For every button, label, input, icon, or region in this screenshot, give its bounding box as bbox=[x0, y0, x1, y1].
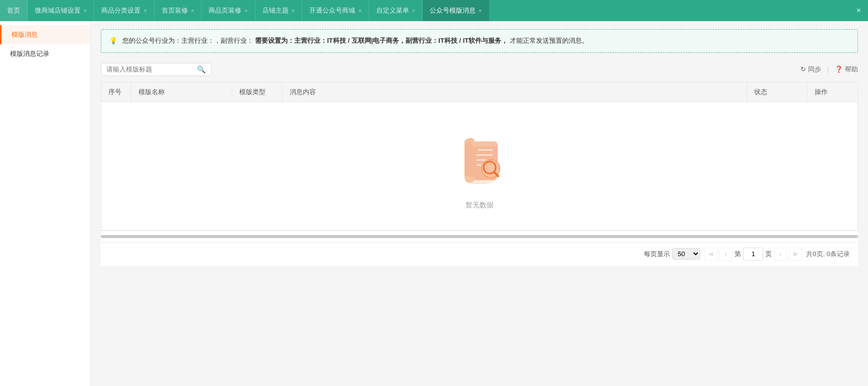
nav-tab-product-label: 商品页装修 bbox=[209, 6, 241, 15]
sync-label: 同步 bbox=[808, 65, 821, 74]
search-input-wrap: 🔍 bbox=[101, 63, 212, 76]
empty-icon bbox=[449, 132, 510, 193]
nav-tab-theme-close[interactable]: × bbox=[292, 8, 295, 14]
sidebar-item-template-message-log-label: 模版消息记录 bbox=[10, 50, 49, 57]
notice-box: 💡 您的公众号行业为：主营行业：，副营行业： 需要设置为：主营行业：IT科技 /… bbox=[101, 29, 858, 53]
sidebar-item-template-message[interactable]: 模版消息 bbox=[0, 25, 90, 44]
col-name: 模版名称 bbox=[131, 82, 232, 102]
nav-tab-category[interactable]: 商品分类设置 × bbox=[94, 0, 154, 21]
nav-tab-mall-label: 开通公众号商城 bbox=[309, 6, 355, 15]
per-page-dropdown[interactable]: 10 20 50 100 bbox=[672, 248, 700, 260]
nav-tab-theme[interactable]: 店铺主题 × bbox=[255, 0, 302, 21]
empty-state: 暂无数据 bbox=[101, 102, 857, 230]
page-label: 第 bbox=[735, 250, 741, 259]
help-button[interactable]: ❓ 帮助 bbox=[835, 65, 858, 74]
nav-tab-mall-close[interactable]: × bbox=[358, 8, 361, 14]
total-info: 共0页, 0条记录 bbox=[806, 250, 850, 259]
col-type: 模版类型 bbox=[232, 82, 283, 102]
top-nav: 首页 微商城店铺设置 × 商品分类设置 × 首页装修 × 商品页装修 × 店铺主… bbox=[0, 0, 868, 21]
nav-tab-product[interactable]: 商品页装修 × bbox=[202, 0, 255, 21]
page-controls: ⊲ ‹ 第 页 › ⊳ bbox=[704, 248, 802, 261]
close-all-button[interactable]: × bbox=[849, 6, 868, 15]
notice-icon: 💡 bbox=[109, 37, 117, 44]
divider: | bbox=[827, 65, 829, 73]
sidebar: 模版消息 模版消息记录 bbox=[0, 21, 91, 386]
table-header-row: 序号 模版名称 模版类型 消息内容 状态 操作 bbox=[101, 82, 858, 102]
nav-tab-home-label: 首页 bbox=[7, 6, 20, 15]
sidebar-item-template-message-log[interactable]: 模版消息记录 bbox=[0, 44, 90, 63]
first-page-button[interactable]: ⊲ bbox=[704, 248, 717, 261]
notice-suffix: 才能正常发送预置的消息。 bbox=[510, 37, 588, 44]
per-page-select: 每页显示 10 20 50 100 bbox=[644, 248, 700, 260]
help-label: 帮助 bbox=[845, 65, 858, 74]
page-suffix: 页 bbox=[765, 250, 772, 259]
main-layout: 模版消息 模版消息记录 💡 您的公众号行业为：主营行业：，副营行业： 需要设置为… bbox=[0, 21, 868, 386]
table-body: 暂无数据 bbox=[101, 102, 858, 230]
data-table: 序号 模版名称 模版类型 消息内容 状态 操作 bbox=[101, 82, 858, 230]
nav-tab-wshop[interactable]: 微商城店铺设置 × bbox=[28, 0, 94, 21]
scrollbar-area bbox=[101, 230, 858, 242]
empty-row: 暂无数据 bbox=[101, 102, 858, 230]
sync-button[interactable]: ↻ 同步 bbox=[800, 65, 821, 74]
sync-icon: ↻ bbox=[800, 65, 806, 73]
nav-tab-category-label: 商品分类设置 bbox=[101, 6, 141, 15]
content-area: 💡 您的公众号行业为：主营行业：，副营行业： 需要设置为：主营行业：IT科技 /… bbox=[91, 21, 868, 386]
search-icon[interactable]: 🔍 bbox=[197, 65, 206, 73]
col-content: 消息内容 bbox=[283, 82, 747, 102]
col-seq: 序号 bbox=[101, 82, 131, 102]
notice-prefix: 您的公众号行业为：主营行业：，副营行业： bbox=[122, 37, 253, 44]
help-icon: ❓ bbox=[835, 65, 843, 73]
nav-tab-wshop-close[interactable]: × bbox=[84, 8, 87, 14]
search-bar: 🔍 ↻ 同步 | ❓ 帮助 bbox=[101, 63, 858, 76]
last-page-button[interactable]: ⊳ bbox=[789, 248, 802, 261]
nav-tab-home[interactable]: 首页 bbox=[0, 0, 28, 21]
prev-page-button[interactable]: ‹ bbox=[719, 248, 732, 261]
nav-tab-category-close[interactable]: × bbox=[144, 8, 147, 14]
nav-tab-homepage-label: 首页装修 bbox=[162, 6, 188, 15]
nav-tab-tmplmsg[interactable]: 公众号模版消息 × bbox=[423, 0, 489, 21]
scrollbar-track[interactable] bbox=[101, 235, 858, 238]
nav-tab-product-close[interactable]: × bbox=[244, 8, 247, 14]
nav-tab-mall[interactable]: 开通公众号商城 × bbox=[302, 0, 369, 21]
pagination-bar: 每页显示 10 20 50 100 ⊲ ‹ 第 页 › ⊳ bbox=[101, 242, 858, 266]
next-page-button[interactable]: › bbox=[774, 248, 787, 261]
nav-tab-theme-label: 店铺主题 bbox=[262, 6, 289, 15]
search-actions: ↻ 同步 | ❓ 帮助 bbox=[800, 65, 858, 74]
page-input[interactable] bbox=[743, 248, 763, 261]
nav-tab-tmplmsg-label: 公众号模版消息 bbox=[430, 6, 476, 15]
notice-highlight: 需要设置为：主营行业：IT科技 / 互联网|电子商务，副营行业：IT科技 / I… bbox=[255, 37, 508, 44]
nav-tab-custmenu-close[interactable]: × bbox=[412, 8, 415, 14]
table-wrapper: 序号 模版名称 模版类型 消息内容 状态 操作 bbox=[101, 82, 858, 266]
col-action: 操作 bbox=[808, 82, 858, 102]
search-input[interactable] bbox=[106, 65, 197, 73]
nav-tab-homepage-close[interactable]: × bbox=[191, 8, 194, 14]
nav-tab-wshop-label: 微商城店铺设置 bbox=[35, 6, 81, 15]
col-status: 状态 bbox=[747, 82, 808, 102]
nav-tab-custmenu[interactable]: 自定义菜单 × bbox=[369, 0, 423, 21]
table-head: 序号 模版名称 模版类型 消息内容 状态 操作 bbox=[101, 82, 858, 102]
per-page-label: 每页显示 bbox=[644, 250, 670, 259]
nav-tab-custmenu-label: 自定义菜单 bbox=[376, 6, 409, 15]
sidebar-item-template-message-label: 模版消息 bbox=[12, 31, 38, 38]
nav-tab-homepage[interactable]: 首页装修 × bbox=[155, 0, 202, 21]
empty-text: 暂无数据 bbox=[101, 201, 857, 210]
nav-tab-tmplmsg-close[interactable]: × bbox=[479, 8, 482, 14]
